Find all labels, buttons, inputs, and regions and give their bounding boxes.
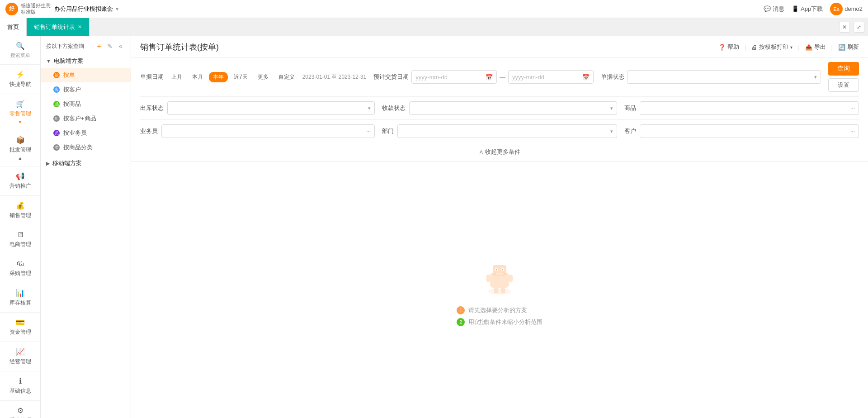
scheme-item-label-salesman: 按业务员 xyxy=(63,129,87,137)
retail-arrow-icon: ▼ xyxy=(18,119,23,124)
empty-tip-2: 2 用[过滤]条件来缩小分析范围 xyxy=(457,318,542,326)
search-icon: 🔍 xyxy=(16,42,25,50)
out-status-cell: 出库状态 ▾ xyxy=(140,101,375,115)
receipt-status-select[interactable]: ▾ xyxy=(409,101,617,115)
by-customer-icon: 客 xyxy=(53,86,60,93)
top-bar-left: 好 畅捷通好生意 标准版 办公用品行业模拟账套 ▾ xyxy=(5,3,118,15)
sidebar-item-marketing[interactable]: 📢 营销推广 xyxy=(0,166,40,196)
date-to-icon: 📅 xyxy=(582,74,590,81)
scheme-add-btn[interactable]: ＋ xyxy=(94,42,104,51)
sales-label: 销售管理 xyxy=(9,212,31,219)
scheme-item-by-customer[interactable]: 客 按客户 xyxy=(41,82,131,97)
date-btn-more[interactable]: 更多 xyxy=(254,72,273,82)
scheme-item-by-category[interactable]: 类 按商品分类 xyxy=(41,140,131,155)
export-btn[interactable]: 📤 导出 xyxy=(805,43,826,51)
page-actions: ❓ 帮助 | 🖨 按模板打印 ▾ | 📤 导出 xyxy=(718,43,859,51)
scheme-item-label-order: 按单 xyxy=(63,71,75,79)
date-btn-this-month[interactable]: 本月 xyxy=(188,72,207,82)
tab-close-btn[interactable]: ✕ xyxy=(78,24,82,30)
expected-date-to[interactable]: yyyy-mm-dd 📅 xyxy=(508,70,594,84)
user-avatar[interactable]: Ea demo2 xyxy=(830,3,863,15)
help-btn[interactable]: ❓ 帮助 xyxy=(718,43,739,51)
date-btn-custom[interactable]: 自定义 xyxy=(274,72,299,82)
scheme-group-desktop: ▼ 电脑端方案 按 按单 客 按客户 品 按商品 组 按客户+商品 xyxy=(41,54,131,155)
sidebar-item-sales[interactable]: 💰 销售管理 xyxy=(0,196,40,225)
wholesale-icon: 📦 xyxy=(16,136,25,144)
app-download-btn[interactable]: 📱 App下载 xyxy=(792,5,823,13)
scheme-panel-title: 按以下方案查询 xyxy=(46,43,84,50)
tab-expand-btn[interactable]: ⤢ xyxy=(854,22,864,33)
sidebar-item-basics[interactable]: ℹ 基础信息 xyxy=(0,371,40,401)
sidebar-search[interactable]: 🔍 搜索菜单 xyxy=(0,36,40,65)
svg-rect-9 xyxy=(509,275,513,282)
settings-button[interactable]: 设置 xyxy=(828,78,859,92)
breadcrumb-arrow-icon[interactable]: ▾ xyxy=(116,6,118,12)
refresh-btn[interactable]: 🔄 刷新 xyxy=(838,43,859,51)
sidebar: 🔍 搜索菜单 ⚡ 快捷导航 🛒 零售管理 ▼ 📦 批发管理 ▲ 📢 营销推广 💰… xyxy=(0,36,41,418)
doc-status-arrow: ▾ xyxy=(814,74,817,80)
ecommerce-icon: 🖥 xyxy=(17,231,24,239)
scheme-edit-btn[interactable]: ✎ xyxy=(105,42,114,51)
filter-row-2: 出库状态 ▾ 收款状态 ▾ 商品 xyxy=(140,97,859,120)
svg-rect-11 xyxy=(501,288,505,294)
group-mobile-expand-icon: ▶ xyxy=(46,161,50,166)
date-filter-cell: 单据日期 上月 本月 本年 近7天 更多 自定义 2023-01-01 至 20… xyxy=(140,72,366,82)
scheme-item-by-customer-goods[interactable]: 组 按客户+商品 xyxy=(41,111,131,126)
tab-close-all-btn[interactable]: ✕ xyxy=(839,22,850,33)
filter-row-3: 业务员 ··· 部门 ▾ 客户 xyxy=(140,120,859,142)
expected-date-from[interactable]: yyyy-mm-dd 📅 xyxy=(411,70,497,84)
goods-label: 商品 xyxy=(624,104,636,112)
retail-icon: 🛒 xyxy=(16,100,25,108)
scheme-group-header-mobile[interactable]: ▶ 移动端方案 xyxy=(41,157,131,170)
print-btn[interactable]: 🖨 按模板打印 ▾ xyxy=(751,43,793,51)
message-btn[interactable]: 💬 消息 xyxy=(764,5,784,13)
empty-state: 1 请先选择要分析的方案 2 用[过滤]条件来缩小分析范围 xyxy=(131,162,868,418)
collapse-btn[interactable]: ∧ 收起更多条件 xyxy=(473,146,526,158)
sidebar-item-retail[interactable]: 🛒 零售管理 ▼ xyxy=(0,94,40,130)
out-status-select[interactable]: ▾ xyxy=(167,101,375,115)
customer-input[interactable]: ··· xyxy=(640,124,859,138)
scheme-collapse-btn[interactable]: « xyxy=(116,42,125,51)
action-btns: 查询 设置 xyxy=(828,62,859,92)
date-btn-last-month[interactable]: 上月 xyxy=(167,72,186,82)
group-label-desktop: 电脑端方案 xyxy=(54,57,83,65)
sidebar-item-operations[interactable]: 📈 经营管理 xyxy=(0,342,40,371)
date-btn-7days[interactable]: 近7天 xyxy=(230,72,252,82)
sidebar-item-ecommerce[interactable]: 🖥 电商管理 xyxy=(0,225,40,254)
sidebar-item-finance[interactable]: 💳 资金管理 xyxy=(0,313,40,342)
svg-rect-8 xyxy=(486,275,490,282)
sidebar-item-system[interactable]: ⚙ 系统管理 xyxy=(0,401,40,418)
operations-label: 经营管理 xyxy=(9,358,31,366)
sales-icon: 💰 xyxy=(16,201,25,210)
message-icon: 💬 xyxy=(764,5,771,12)
sidebar-quick-nav[interactable]: ⚡ 快捷导航 xyxy=(0,65,40,94)
sidebar-item-wholesale[interactable]: 📦 批发管理 ▲ xyxy=(0,130,40,166)
scheme-item-by-goods[interactable]: 品 按商品 xyxy=(41,97,131,111)
salesman-input[interactable]: ··· xyxy=(161,124,375,138)
scheme-group-mobile: ▶ 移动端方案 xyxy=(41,157,131,170)
tab-home[interactable]: 首页 xyxy=(0,18,27,36)
export-icon: 📤 xyxy=(805,44,812,51)
out-status-label: 出库状态 xyxy=(140,104,164,112)
receipt-status-label: 收款状态 xyxy=(382,104,406,112)
out-status-arrow: ▾ xyxy=(368,105,371,111)
avatar: Ea xyxy=(830,3,843,15)
svg-rect-10 xyxy=(494,288,499,294)
date-btn-this-year[interactable]: 本年 xyxy=(209,72,228,82)
sidebar-item-inventory[interactable]: 📊 库存核算 xyxy=(0,283,40,313)
department-select[interactable]: ▾ xyxy=(397,124,617,138)
sidebar-item-purchase[interactable]: 🛍 采购管理 xyxy=(0,254,40,283)
empty-tips: 1 请先选择要分析的方案 2 用[过滤]条件来缩小分析范围 xyxy=(457,306,542,326)
scheme-item-by-order[interactable]: 按 按单 xyxy=(41,68,131,82)
goods-input[interactable]: ··· xyxy=(640,101,859,115)
doc-status-select[interactable]: ▾ xyxy=(627,70,821,84)
scheme-group-header-desktop[interactable]: ▼ 电脑端方案 xyxy=(41,54,131,68)
scheme-item-by-salesman[interactable]: 员 按业务员 xyxy=(41,126,131,140)
print-icon: 🖨 xyxy=(751,44,757,51)
breadcrumb-area: 办公用品行业模拟账套 ▾ xyxy=(54,5,118,13)
query-button[interactable]: 查询 xyxy=(828,62,859,76)
by-category-icon: 类 xyxy=(53,144,60,151)
date-from-icon: 📅 xyxy=(486,74,493,81)
sidebar-quicknav-label: 快捷导航 xyxy=(9,81,31,88)
tab-sales-stat[interactable]: 销售订单统计表 ✕ xyxy=(27,18,90,36)
